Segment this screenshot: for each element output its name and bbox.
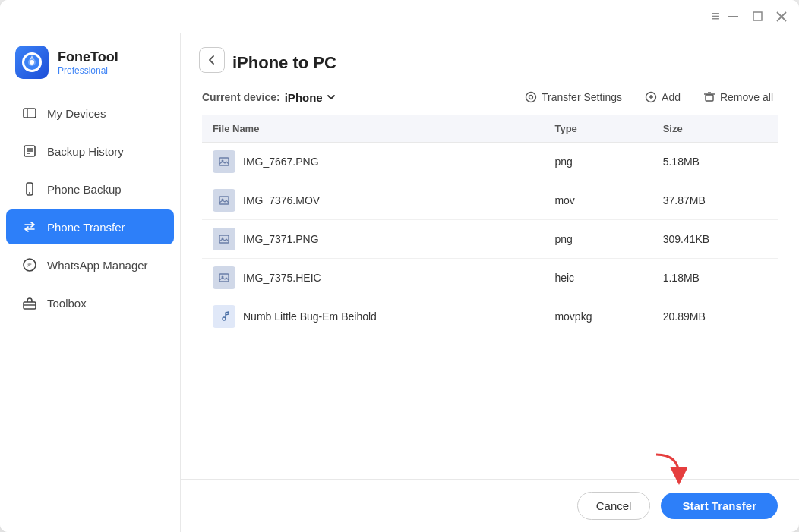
sidebar-item-label: WhatsApp Manager (47, 259, 148, 272)
col-type: Type (544, 115, 652, 143)
svg-rect-1 (753, 12, 762, 20)
svg-point-6 (30, 60, 34, 65)
main-footer: Cancel Start Transfer (181, 479, 799, 532)
file-table: File Name Type Size (202, 115, 778, 335)
cell-size: 37.87MB (652, 181, 778, 220)
transfer-icon (21, 219, 38, 235)
table-row[interactable]: IMG_7376.MOV mov 37.87MB (202, 181, 778, 220)
cancel-button[interactable]: Cancel (577, 492, 651, 520)
cell-size: 5.18MB (652, 143, 778, 181)
svg-rect-26 (219, 158, 229, 165)
sidebar-item-phone-backup[interactable]: Phone Backup (6, 172, 174, 206)
svg-rect-32 (219, 274, 229, 282)
sidebar-item-label: Phone Backup (47, 183, 122, 196)
transfer-settings-button[interactable]: Transfer Settings (520, 88, 627, 106)
sidebar: FoneTool Professional My Devices Backup … (0, 33, 181, 532)
whatsapp-icon (21, 257, 38, 273)
backup-icon (21, 143, 38, 159)
image-file-icon (213, 150, 235, 173)
cell-type: png (544, 143, 652, 181)
cell-size: 1.18MB (652, 259, 778, 297)
sidebar-item-toolbox[interactable]: Toolbox (6, 285, 174, 320)
page-title: iPhone to PC (232, 53, 336, 73)
cell-filename: Numb Little Bug-Em Beihold (202, 297, 544, 336)
brand-tier: Professional (58, 65, 118, 76)
start-transfer-button[interactable]: Start Transfer (661, 493, 778, 519)
col-filename: File Name (202, 115, 544, 143)
svg-rect-7 (24, 109, 36, 118)
image-file-icon (213, 266, 235, 289)
col-size: Size (652, 115, 778, 143)
brand-logo-letter (22, 52, 42, 72)
svg-rect-0 (728, 16, 738, 17)
phone-backup-icon (21, 181, 38, 197)
device-selector[interactable]: iPhone (285, 91, 336, 104)
window-controls (726, 10, 788, 24)
sidebar-item-phone-transfer[interactable]: Phone Transfer (6, 209, 174, 244)
brand-logo (15, 46, 49, 79)
image-file-icon (213, 189, 235, 212)
device-icon (21, 105, 38, 121)
cell-type: heic (544, 259, 652, 297)
svg-rect-28 (219, 197, 229, 204)
table-row[interactable]: IMG_7667.PNG png 5.18MB (202, 143, 778, 181)
sidebar-item-my-devices[interactable]: My Devices (6, 96, 174, 131)
sidebar-item-whatsapp-manager[interactable]: WhatsApp Manager (6, 247, 174, 282)
cell-size: 20.89MB (652, 297, 778, 336)
remove-all-button[interactable]: Remove all (699, 88, 778, 106)
music-file-icon (213, 305, 235, 328)
cell-filename: IMG_7375.HEIC (202, 259, 544, 297)
sidebar-item-label: Phone Transfer (47, 221, 125, 234)
sidebar-item-label: My Devices (47, 107, 106, 120)
cell-type: png (544, 220, 652, 259)
maximize-button[interactable] (750, 10, 764, 24)
sidebar-item-label: Toolbox (47, 297, 87, 310)
cell-filename: IMG_7667.PNG (202, 143, 544, 181)
table-header-row: File Name Type Size (202, 115, 778, 143)
cell-type: movpkg (544, 297, 652, 336)
svg-point-18 (526, 93, 535, 102)
sidebar-item-backup-history[interactable]: Backup History (6, 134, 174, 168)
back-button[interactable] (199, 47, 225, 73)
toolbox-icon (21, 294, 38, 311)
menu-icon[interactable]: ≡ (711, 8, 720, 25)
cell-filename: IMG_7371.PNG (202, 220, 544, 259)
titlebar: ≡ (0, 0, 799, 33)
svg-rect-30 (219, 235, 229, 243)
table-row[interactable]: IMG_7371.PNG png 309.41KB (202, 220, 778, 259)
brand: FoneTool Professional (0, 46, 180, 94)
add-button[interactable]: Add (640, 88, 685, 106)
main-content: iPhone to PC Current device: iPhone Tran (181, 33, 799, 532)
toolbar-actions: Transfer Settings Add Remove all (520, 88, 778, 106)
cell-filename: IMG_7376.MOV (202, 181, 544, 220)
minimize-button[interactable] (726, 10, 740, 24)
sidebar-item-label: Backup History (47, 145, 124, 158)
svg-point-34 (223, 317, 226, 320)
svg-point-14 (29, 192, 30, 194)
cell-type: mov (544, 181, 652, 220)
current-device-label: Current device: (202, 91, 280, 103)
table-row[interactable]: IMG_7375.HEIC heic 1.18MB (202, 259, 778, 297)
file-table-wrap: File Name Type Size (202, 115, 778, 479)
current-device-row: Current device: iPhone (202, 91, 336, 104)
main-header: iPhone to PC Current device: iPhone Tran (181, 33, 799, 115)
arrow-indicator (650, 449, 687, 488)
image-file-icon (213, 228, 235, 250)
close-button[interactable] (775, 10, 788, 24)
device-name: iPhone (285, 91, 323, 104)
svg-rect-23 (706, 95, 713, 101)
brand-name: FoneTool (58, 49, 118, 65)
table-row[interactable]: Numb Little Bug-Em Beihold movpkg 20.89M… (202, 297, 778, 336)
svg-point-19 (529, 96, 532, 99)
cell-size: 309.41KB (652, 220, 778, 259)
